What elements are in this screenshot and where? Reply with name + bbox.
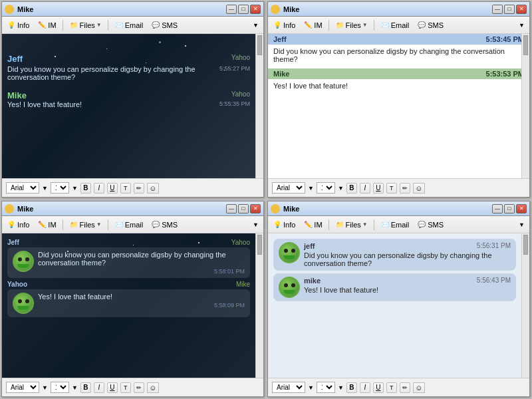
window-1: Mike — □ ✕ 💡 Info ✏️ IM 📁 Files ▼ (1, 1, 264, 198)
toolbar-dropdown-arrow-1[interactable]: ▼ (251, 21, 261, 30)
emoji-btn-3[interactable]: ☺ (147, 382, 159, 393)
toolbar-files-1[interactable]: 📁 Files ▼ (67, 19, 104, 31)
text-color-btn-1[interactable]: T (120, 183, 131, 194)
toolbar-info-2[interactable]: 💡 Info (271, 19, 297, 31)
minimize-btn-2[interactable]: — (492, 5, 503, 14)
underline-btn-3[interactable]: U (107, 382, 118, 393)
toolbar-sms-2[interactable]: 💬 SMS (415, 19, 446, 31)
scrollbar-4[interactable] (521, 233, 529, 378)
font-dropdown-2[interactable]: ▼ (308, 185, 314, 192)
text-color-btn-4[interactable]: T (386, 382, 397, 393)
maximize-btn-4[interactable]: □ (504, 204, 515, 213)
toolbar-sms-3[interactable]: 💬 SMS (149, 219, 180, 231)
size-dropdown-1[interactable]: ▼ (72, 185, 78, 192)
msg-content-row-1: Did you know you can personalize digsby … (7, 65, 250, 81)
mike-name-win2: Mike (273, 70, 289, 78)
font-select-4[interactable]: Arial (272, 382, 305, 393)
size-select-1[interactable]: 10 (51, 182, 69, 194)
scrollbar-thumb-3[interactable] (257, 235, 262, 255)
emoji-btn-4[interactable]: ☺ (413, 382, 425, 393)
size-dropdown-3[interactable]: ▼ (72, 384, 78, 391)
italic-btn-4[interactable]: I (360, 382, 370, 393)
highlight-btn-2[interactable]: ✏ (400, 183, 410, 194)
toolbar-im-3[interactable]: ✏️ IM (35, 219, 58, 231)
underline-btn-2[interactable]: U (373, 183, 384, 194)
close-btn-3[interactable]: ✕ (250, 204, 261, 213)
font-select-2[interactable]: Arial (272, 182, 305, 194)
size-dropdown-2[interactable]: ▼ (338, 185, 344, 192)
minimize-btn-3[interactable]: — (226, 204, 237, 213)
close-btn-1[interactable]: ✕ (250, 5, 261, 14)
format-toolbar-1: Arial ▼ 10 ▼ B I U T ✏ ☺ (2, 178, 263, 197)
toolbar-dropdown-arrow-3[interactable]: ▼ (251, 220, 261, 229)
mike-text-win2: Yes! I love that feature! (268, 79, 529, 92)
font-select-1[interactable]: Arial (6, 182, 39, 194)
size-select-2[interactable]: 10 (317, 182, 335, 194)
toolbar-email-2[interactable]: ✉️ Email (378, 19, 412, 31)
sep6 (108, 219, 108, 230)
bubble-senderright-2-win3: Mike (236, 281, 250, 288)
minimize-btn-4[interactable]: — (492, 204, 503, 213)
toolbar-files-2[interactable]: 📁 Files ▼ (333, 19, 370, 31)
italic-btn-2[interactable]: I (360, 183, 370, 194)
toolbar-files-3[interactable]: 📁 Files ▼ (67, 219, 104, 231)
bold-btn-4[interactable]: B (346, 382, 357, 393)
font-dropdown-3[interactable]: ▼ (42, 384, 48, 391)
chat-area-1[interactable]: Jeff Yahoo Did you know you can personal… (2, 34, 263, 178)
size-select-3[interactable]: 10 (51, 382, 69, 393)
toolbar-email-1[interactable]: ✉️ Email (112, 19, 146, 31)
maximize-btn-1[interactable]: □ (238, 5, 249, 14)
size-select-4[interactable]: 10 (317, 382, 335, 393)
toolbar-email-3[interactable]: ✉️ Email (112, 219, 146, 231)
toolbar-im-2[interactable]: ✏️ IM (301, 19, 324, 31)
minimize-btn-1[interactable]: — (226, 5, 237, 14)
scrollbar-2[interactable] (521, 34, 529, 178)
bubble-text-1-win3: Did you know you can personalize digsby … (38, 251, 245, 267)
underline-btn-1[interactable]: U (107, 183, 118, 194)
close-btn-4[interactable]: ✕ (516, 204, 527, 213)
font-dropdown-4[interactable]: ▼ (308, 384, 314, 391)
toolbar-email-4[interactable]: ✉️ Email (378, 219, 412, 231)
chat-area-4[interactable]: jeff 5:56:31 PM Did you know you can per… (268, 233, 529, 378)
text-color-btn-2[interactable]: T (386, 183, 397, 194)
toolbar-info-4[interactable]: 💡 Info (271, 219, 297, 231)
sep8 (374, 219, 374, 230)
highlight-btn-3[interactable]: ✏ (134, 382, 144, 393)
blue-bubble-2-win4: mike 5:56:43 PM Yes! I love that feature… (273, 273, 516, 301)
toolbar-sms-1[interactable]: 💬 SMS (149, 19, 180, 31)
scrollbar-thumb-2[interactable] (523, 35, 528, 55)
emoji-btn-2[interactable]: ☺ (413, 183, 425, 194)
highlight-btn-4[interactable]: ✏ (400, 382, 410, 393)
highlight-btn-1[interactable]: ✏ (134, 183, 144, 194)
toolbar-im-4[interactable]: ✏️ IM (301, 219, 324, 231)
maximize-btn-2[interactable]: □ (504, 5, 515, 14)
scrollbar-3[interactable] (255, 233, 263, 378)
scrollbar-thumb-4[interactable] (523, 235, 528, 255)
toolbar-info-1[interactable]: 💡 Info (5, 19, 31, 31)
italic-btn-1[interactable]: I (94, 183, 104, 194)
mike-time-win2: 5:53:53 PM (486, 70, 524, 78)
toolbar-dropdown-arrow-2[interactable]: ▼ (517, 21, 527, 30)
toolbar-files-4[interactable]: 📁 Files ▼ (333, 219, 370, 231)
size-dropdown-4[interactable]: ▼ (338, 384, 344, 391)
emoji-btn-1[interactable]: ☺ (147, 183, 159, 194)
text-color-btn-3[interactable]: T (120, 382, 131, 393)
toolbar-files-label-3: Files (80, 221, 95, 229)
bubble-body-1-win3: Did you know you can personalize digsby … (7, 247, 250, 278)
chat-area-2[interactable]: Jeff 5:53:45 PM Did you know you can per… (268, 34, 529, 178)
chat-area-3[interactable]: Jeff Yahoo Did you know you can personal… (2, 233, 263, 378)
toolbar-sms-4[interactable]: 💬 SMS (415, 219, 446, 231)
bold-btn-2[interactable]: B (346, 183, 357, 194)
font-select-3[interactable]: Arial (6, 382, 39, 393)
font-dropdown-1[interactable]: ▼ (42, 185, 48, 192)
toolbar-dropdown-arrow-4[interactable]: ▼ (517, 220, 527, 229)
bold-btn-1[interactable]: B (80, 183, 91, 194)
underline-btn-4[interactable]: U (373, 382, 384, 393)
italic-btn-3[interactable]: I (94, 382, 104, 393)
close-btn-2[interactable]: ✕ (516, 5, 527, 14)
toolbar-info-3[interactable]: 💡 Info (5, 219, 31, 231)
toolbar-im-1[interactable]: ✏️ IM (35, 19, 58, 31)
bold-btn-3[interactable]: B (80, 382, 91, 393)
maximize-btn-3[interactable]: □ (238, 204, 249, 213)
email-icon-3: ✉️ (114, 220, 124, 229)
